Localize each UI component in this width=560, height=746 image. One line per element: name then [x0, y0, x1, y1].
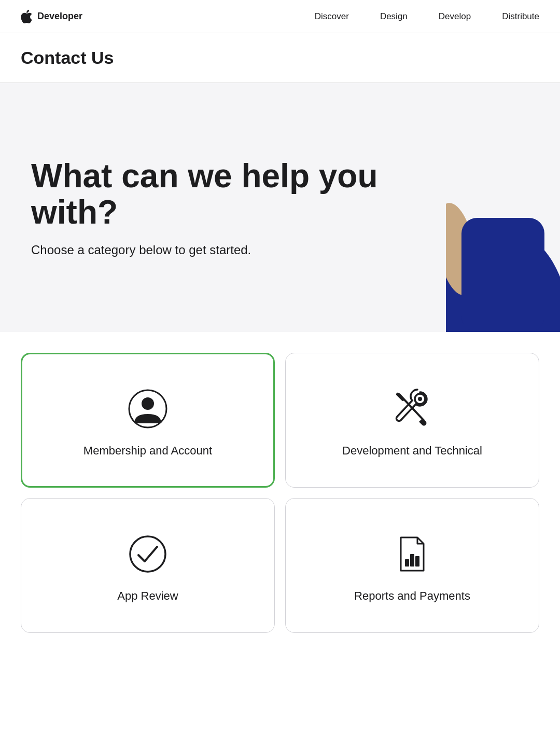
svg-rect-11 — [410, 554, 414, 567]
hero-title: What can we help you with? — [31, 158, 394, 231]
nav-item-discover[interactable]: Discover — [315, 11, 349, 21]
nav-item-design[interactable]: Design — [380, 11, 408, 21]
wrench-screwdriver-icon — [391, 388, 433, 430]
category-card-reports-payments[interactable]: Reports and Payments — [285, 498, 539, 633]
reports-payments-label: Reports and Payments — [354, 589, 470, 603]
checkmark-circle-icon — [127, 533, 169, 575]
apple-logo-icon — [21, 10, 32, 23]
apple-developer-logo[interactable]: Developer — [21, 10, 82, 23]
hero-section: What can we help you with? Choose a cate… — [0, 83, 560, 332]
app-review-label: App Review — [117, 589, 178, 603]
hero-content: What can we help you with? Choose a cate… — [31, 158, 394, 258]
development-technical-label: Development and Technical — [342, 444, 482, 458]
category-card-membership-account[interactable]: Membership and Account — [21, 353, 275, 488]
header: Developer Discover Design Develop Distri… — [0, 0, 560, 33]
svg-point-9 — [130, 536, 165, 572]
svg-rect-12 — [415, 556, 419, 567]
membership-account-label: Membership and Account — [83, 444, 212, 458]
svg-point-4 — [142, 397, 154, 410]
hero-person-illustration — [446, 83, 560, 332]
svg-rect-2 — [461, 218, 544, 332]
page-title-bar: Contact Us — [0, 33, 560, 83]
document-chart-icon — [391, 533, 433, 575]
page-title: Contact Us — [21, 48, 539, 68]
nav-item-develop[interactable]: Develop — [439, 11, 471, 21]
main-nav: Discover Design Develop Distribute — [315, 11, 539, 22]
category-card-development-technical[interactable]: Development and Technical — [285, 353, 539, 488]
person-figure-icon — [446, 83, 560, 332]
svg-point-7 — [418, 397, 422, 401]
categories-grid: Membership and Account De — [21, 353, 539, 633]
category-card-app-review[interactable]: App Review — [21, 498, 275, 633]
svg-line-8 — [398, 394, 403, 399]
logo-text: Developer — [37, 11, 82, 22]
svg-rect-10 — [405, 559, 409, 567]
person-circle-icon — [127, 388, 169, 430]
nav-item-distribute[interactable]: Distribute — [502, 11, 539, 21]
categories-section: Membership and Account De — [0, 332, 560, 664]
hero-subtitle: Choose a category below to get started. — [31, 243, 394, 257]
